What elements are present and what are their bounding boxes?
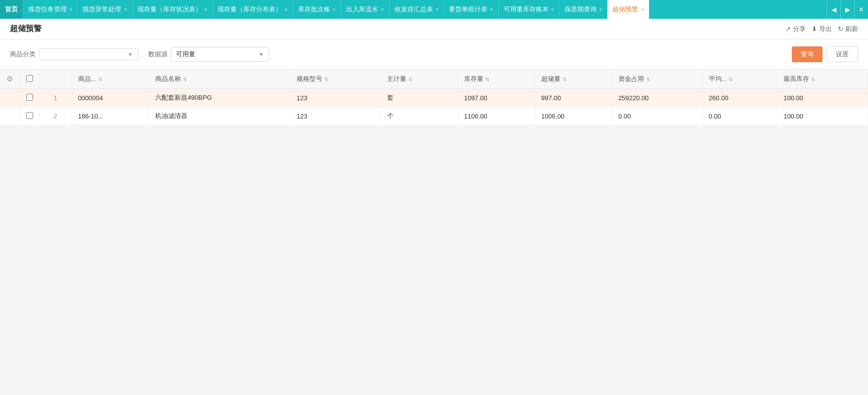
nav-item-overstock-warning[interactable]: 超储预警 × <box>608 0 649 19</box>
row-gear-0 <box>0 89 20 107</box>
sort-icon-unit: ⇅ <box>408 77 412 82</box>
row-spec-1: 123 <box>291 107 381 125</box>
nav-arrows: ◀ ▶ ✕ <box>826 0 868 19</box>
filter-actions: 查询 设置 <box>792 46 858 62</box>
row-stock-1: 1106.00 <box>458 107 535 125</box>
page-header: 超储预警 ↗ 分享 ⬇ 导出 ↻ 刷新 <box>0 19 868 40</box>
row-gear-1 <box>0 107 20 125</box>
row-checkbox-0[interactable] <box>26 94 33 101</box>
row-checkbox-cell-1 <box>20 107 39 125</box>
sort-icon-max-stock: ⇅ <box>811 77 815 82</box>
table-row: 1 0000004 六配套新昌490BPG 123 套 1097.00 997.… <box>0 89 868 107</box>
column-product-code[interactable]: 商品...⇅ <box>72 70 149 89</box>
nav-item-expiry-query[interactable]: 保质期查询 × <box>560 0 608 19</box>
row-avg-0: 260.00 <box>702 89 778 107</box>
nav-item-pick-exception[interactable]: 拣货异常处理 × <box>78 0 132 19</box>
nav-item-batch-account[interactable]: 库存批次账 × <box>293 0 341 19</box>
gear-icon[interactable]: ⚙ <box>6 75 13 83</box>
column-overstock[interactable]: 超储量⇅ <box>535 70 612 89</box>
category-label: 商品分类 <box>10 50 36 59</box>
sort-icon-product-code: ⇅ <box>98 77 102 82</box>
table-container: ⚙ 商品...⇅ 商品名称⇅ 规格型号⇅ 主计量⇅ 库存量⇅ 超储量⇅ 资金占用… <box>0 70 868 125</box>
row-product-name-0: 六配套新昌490BPG <box>149 89 291 107</box>
row-unit-0: 套 <box>381 89 458 107</box>
select-all-checkbox[interactable] <box>26 75 33 82</box>
top-navigation: 首页拣货任务管理 ×拣货异常处理 ×现存量（库存状况表） ×现存量（库存分布表）… <box>0 0 868 19</box>
nav-close-batch-account[interactable]: × <box>333 6 336 12</box>
sort-icon-avg: ⇅ <box>729 77 733 82</box>
sort-icon-stock: ⇅ <box>485 77 489 82</box>
nav-close-expiry-query[interactable]: × <box>599 6 602 12</box>
row-num-1: 2 <box>39 107 72 125</box>
column-gear[interactable]: ⚙ <box>0 70 20 89</box>
nav-item-pick-task[interactable]: 拣货任务管理 × <box>23 0 78 19</box>
nav-arrow-close[interactable]: ✕ <box>854 0 868 19</box>
nav-item-stock-status[interactable]: 现存量（库存状况表） × <box>132 0 213 19</box>
datasource-filter: 数据源 可用量 ▼ <box>148 47 269 62</box>
row-max-stock-1: 100.00 <box>778 107 868 125</box>
data-table: ⚙ 商品...⇅ 商品名称⇅ 规格型号⇅ 主计量⇅ 库存量⇅ 超储量⇅ 资金占用… <box>0 70 868 125</box>
table-row: 2 186-10... 机油滤清器 123 个 1106.00 1006.00 … <box>0 107 868 125</box>
row-product-code-0: 0000004 <box>72 89 149 107</box>
header-actions: ↗ 分享 ⬇ 导出 ↻ 刷新 <box>785 25 858 34</box>
category-arrow: ▼ <box>128 51 133 57</box>
nav-arrow-right[interactable]: ▶ <box>840 0 854 19</box>
row-avg-1: 0.00 <box>702 107 778 125</box>
row-overstock-1: 1006.00 <box>535 107 612 125</box>
row-capital-1: 0.00 <box>612 107 702 125</box>
sort-icon-overstock: ⇅ <box>563 77 566 82</box>
settings-button[interactable]: 设置 <box>826 46 858 62</box>
row-spec-0: 123 <box>291 89 381 107</box>
sort-icon-capital: ⇅ <box>646 77 650 82</box>
nav-close-stock-dist[interactable]: × <box>284 6 287 12</box>
column-capital[interactable]: 资金占用⇅ <box>612 70 702 89</box>
row-stock-0: 1097.00 <box>458 89 535 107</box>
refresh-icon: ↻ <box>838 25 843 33</box>
datasource-select[interactable]: 可用量 ▼ <box>171 47 269 62</box>
nav-close-overstock-warning[interactable]: × <box>641 6 644 12</box>
row-product-code-1: 186-10... <box>72 107 149 125</box>
nav-close-available-book[interactable]: × <box>551 6 554 12</box>
nav-item-order-stat[interactable]: 要货单统计表 × <box>444 0 498 19</box>
nav-item-stock-dist[interactable]: 现存量（库存分布表） × <box>213 0 293 19</box>
row-max-stock-0: 100.00 <box>778 89 868 107</box>
datasource-value: 可用量 <box>176 50 195 59</box>
row-checkbox-1[interactable] <box>26 112 33 119</box>
nav-item-available-book[interactable]: 可用量库存账本 × <box>499 0 560 19</box>
sort-icon-spec: ⇅ <box>324 77 328 82</box>
nav-close-receive-summary[interactable]: × <box>435 6 438 12</box>
column-max-stock[interactable]: 最高库存⇅ <box>778 70 868 89</box>
datasource-arrow: ▼ <box>259 51 264 57</box>
nav-close-pick-exception[interactable]: × <box>124 6 127 12</box>
share-icon: ↗ <box>785 25 791 33</box>
column-unit[interactable]: 主计量⇅ <box>381 70 458 89</box>
table-header-row: ⚙ 商品...⇅ 商品名称⇅ 规格型号⇅ 主计量⇅ 库存量⇅ 超储量⇅ 资金占用… <box>0 70 868 89</box>
column-checkbox <box>20 70 39 89</box>
column-spec[interactable]: 规格型号⇅ <box>291 70 381 89</box>
share-button[interactable]: ↗ 分享 <box>785 25 806 34</box>
category-select[interactable]: ▼ <box>40 48 138 60</box>
export-icon: ⬇ <box>812 25 817 33</box>
column-product-name[interactable]: 商品名称⇅ <box>149 70 291 89</box>
refresh-button[interactable]: ↻ 刷新 <box>838 25 858 34</box>
nav-close-pick-task[interactable]: × <box>69 6 72 12</box>
nav-close-stock-status[interactable]: × <box>204 6 207 12</box>
nav-arrow-left[interactable]: ◀ <box>826 0 840 19</box>
row-overstock-0: 997.00 <box>535 89 612 107</box>
nav-close-inout-flow[interactable]: × <box>381 6 384 12</box>
nav-item-home[interactable]: 首页 <box>0 0 23 19</box>
row-product-name-1: 机油滤清器 <box>149 107 291 125</box>
nav-close-order-stat[interactable]: × <box>490 6 493 12</box>
row-checkbox-cell-0 <box>20 89 39 107</box>
row-num-0: 1 <box>39 89 72 107</box>
column-stock[interactable]: 库存量⇅ <box>458 70 535 89</box>
export-button[interactable]: ⬇ 导出 <box>812 25 832 34</box>
column-avg[interactable]: 平均...⇅ <box>702 70 778 89</box>
query-button[interactable]: 查询 <box>792 46 823 62</box>
column-row-num <box>39 70 72 89</box>
table-body: 1 0000004 六配套新昌490BPG 123 套 1097.00 997.… <box>0 89 868 125</box>
row-unit-1: 个 <box>381 107 458 125</box>
nav-item-inout-flow[interactable]: 出入库流水 × <box>341 0 389 19</box>
nav-item-receive-summary[interactable]: 收发存汇总表 × <box>390 0 444 19</box>
sort-icon-product-name: ⇅ <box>183 77 187 82</box>
